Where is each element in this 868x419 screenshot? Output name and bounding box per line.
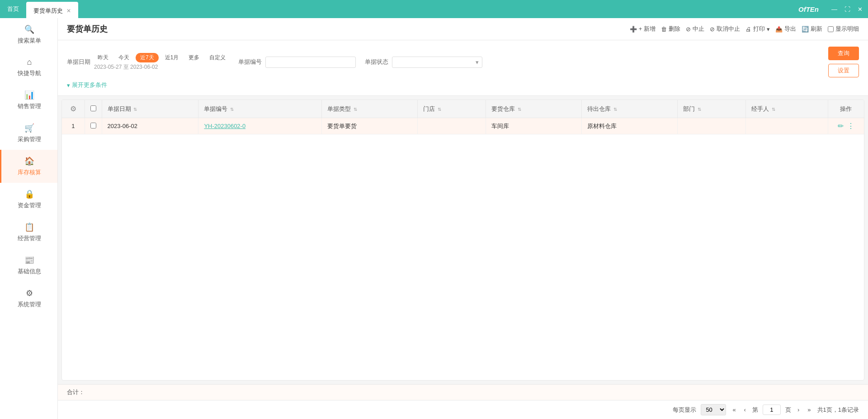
status-label: 单据状态 <box>365 58 388 66</box>
sidebar-item-system[interactable]: ⚙ 系统管理 <box>0 282 57 315</box>
toolbar: ➕ + 新增 🗑 删除 ⊘ 中止 ⊘ 取消中止 🖨 打印 <box>630 25 859 38</box>
prev-page-btn[interactable]: ‹ <box>742 405 748 414</box>
row-checkbox[interactable] <box>90 123 96 129</box>
sidebar-item-shortcuts[interactable]: ⌂ 快捷导航 <box>0 51 57 84</box>
sidebar-item-operations[interactable]: 📋 经营管理 <box>0 216 57 249</box>
cell-handler <box>746 118 828 134</box>
delete-icon: 🗑 <box>661 26 667 33</box>
tab-close-icon[interactable]: ✕ <box>66 8 71 14</box>
table-header-row: ⚙ 单据日期 ⇅ 单据编号 ⇅ <box>62 100 864 118</box>
print-dropdown-icon: ▾ <box>767 26 770 33</box>
sidebar-label-search: 搜索菜单 <box>18 37 41 45</box>
sidebar-label-shortcuts: 快捷导航 <box>18 69 41 77</box>
sidebar-item-purchase[interactable]: 🛒 采购管理 <box>0 117 57 150</box>
system-icon: ⚙ <box>26 288 33 298</box>
status-select[interactable] <box>392 57 482 68</box>
delete-button[interactable]: 🗑 删除 <box>661 25 680 33</box>
filter-area: 单据日期 昨天 今天 近7天 近1月 更多 自定义 2023-05-27 至 2… <box>58 40 868 96</box>
sort-date-icon[interactable]: ⇅ <box>133 107 137 112</box>
edit-row-icon[interactable]: ✏ <box>838 122 844 130</box>
date-btn-custom[interactable]: 自定义 <box>206 53 229 62</box>
cancel-stop-button[interactable]: ⊘ 取消中止 <box>710 25 740 33</box>
sidebar-label-system: 系统管理 <box>18 300 41 309</box>
display-detail-button[interactable]: 显示明细 <box>828 25 859 33</box>
date-btn-7days[interactable]: 近7天 <box>136 53 159 62</box>
new-button[interactable]: ➕ + 新增 <box>630 25 656 33</box>
total-info: 共1页，1条记录 <box>817 406 859 414</box>
sidebar-item-search[interactable]: 🔍 搜索菜单 <box>0 18 57 51</box>
sidebar-label-finance: 资金管理 <box>18 201 41 210</box>
sort-bill-icon[interactable]: ⇅ <box>230 107 234 112</box>
tab-history[interactable]: 要货单历史 ✕ <box>26 2 78 20</box>
expand-more-btn[interactable]: ▾ 展开更多条件 <box>67 81 859 89</box>
data-table: ⚙ 单据日期 ⇅ 单据编号 ⇅ <box>62 100 864 134</box>
tab-bar: 首页 要货单历史 ✕ <box>0 0 78 18</box>
cancel-stop-icon: ⊘ <box>710 26 715 33</box>
page-number-input[interactable] <box>763 405 781 415</box>
tab-home[interactable]: 首页 <box>0 0 26 18</box>
page-header: 要货单历史 ➕ + 新增 🗑 删除 ⊘ 中止 ⊘ 取消中止 <box>58 18 868 40</box>
sidebar-item-sales[interactable]: 📊 销售管理 <box>0 84 57 117</box>
top-bar: 首页 要货单历史 ✕ OfTEn — ⛶ ✕ <box>0 0 868 18</box>
bill-no-link[interactable]: YH-20230602-0 <box>204 123 245 129</box>
date-btn-yesterday[interactable]: 昨天 <box>94 53 112 62</box>
sidebar-label-sales: 销售管理 <box>18 102 41 110</box>
sort-req-wh-icon[interactable]: ⇅ <box>518 107 521 112</box>
date-filter-options: 昨天 今天 近7天 近1月 更多 自定义 2023-05-27 至 2023-0… <box>94 53 229 71</box>
cell-store <box>418 118 486 134</box>
bill-no-filter-group: 单据编号 <box>238 57 356 68</box>
first-page-btn[interactable]: « <box>731 405 737 414</box>
gear-icon[interactable]: ⚙ <box>70 105 76 113</box>
sidebar-item-finance[interactable]: 🔒 资金管理 <box>0 183 57 216</box>
last-page-btn[interactable]: » <box>806 405 812 414</box>
sort-type-icon[interactable]: ⇅ <box>354 107 357 112</box>
operations-icon: 📋 <box>24 222 34 232</box>
th-pending-warehouse: 待出仓库 ⇅ <box>582 100 678 118</box>
content-area: 要货单历史 ➕ + 新增 🗑 删除 ⊘ 中止 ⊘ 取消中止 <box>58 18 868 419</box>
select-all-checkbox[interactable] <box>90 105 96 111</box>
print-button[interactable]: 🖨 打印 ▾ <box>745 25 770 33</box>
maximize-btn[interactable]: ⛶ <box>844 6 850 13</box>
total-label: 合计： <box>67 389 85 395</box>
th-store: 门店 ⇅ <box>418 100 486 118</box>
sidebar-label-basic: 基础信息 <box>18 267 41 276</box>
display-detail-checkbox[interactable] <box>828 26 834 32</box>
minimize-btn[interactable]: — <box>831 6 837 13</box>
sort-dept-icon[interactable]: ⇅ <box>698 107 701 112</box>
stop-button[interactable]: ⊘ 中止 <box>686 25 704 33</box>
close-btn[interactable]: ✕ <box>858 6 863 13</box>
next-page-btn[interactable]: › <box>796 405 801 414</box>
sidebar-item-basic[interactable]: 📰 基础信息 <box>0 249 57 282</box>
sidebar-label-operations: 经营管理 <box>18 234 41 243</box>
pagination-bar: 每页显示 50 20 100 « ‹ 第 页 › » 共1页，1条记录 <box>58 400 868 419</box>
date-btn-1month[interactable]: 近1月 <box>161 53 183 62</box>
th-settings: ⚙ <box>62 100 85 118</box>
bill-no-input[interactable] <box>265 57 356 68</box>
cell-check <box>85 118 102 134</box>
home-icon: ⌂ <box>27 57 32 67</box>
more-row-icon[interactable]: ⋮ <box>847 122 854 130</box>
date-btn-more[interactable]: 更多 <box>185 53 203 62</box>
setting-button[interactable]: 设置 <box>828 64 859 77</box>
date-btn-today[interactable]: 今天 <box>115 53 133 62</box>
page-size-select[interactable]: 50 20 100 <box>701 404 726 415</box>
table-row: 1 2023-06-02 YH-20230602-0 要货单要货 车间库 原材料… <box>62 118 864 134</box>
finance-icon: 🔒 <box>24 189 34 199</box>
sort-pend-wh-icon[interactable]: ⇅ <box>613 107 617 112</box>
sort-handler-icon[interactable]: ⇅ <box>772 107 775 112</box>
sidebar-item-inventory[interactable]: 🏠 库存核算 <box>0 150 57 183</box>
refresh-button[interactable]: 🔄 刷新 <box>802 25 822 33</box>
cell-bill-no: YH-20230602-0 <box>198 118 322 134</box>
cell-bill-type: 要货单要货 <box>322 118 418 134</box>
query-button[interactable]: 查询 <box>828 47 859 60</box>
th-req-warehouse: 要货仓库 ⇅ <box>486 100 582 118</box>
sidebar-label-purchase: 采购管理 <box>18 135 41 143</box>
th-department: 部门 ⇅ <box>677 100 745 118</box>
export-button[interactable]: 📤 导出 <box>775 25 796 33</box>
filter-row-1: 单据日期 昨天 今天 近7天 近1月 更多 自定义 2023-05-27 至 2… <box>67 47 859 77</box>
main-layout: 🔍 搜索菜单 ⌂ 快捷导航 📊 销售管理 🛒 采购管理 🏠 库存核算 🔒 资金管… <box>0 18 868 419</box>
inventory-icon: 🏠 <box>24 156 34 166</box>
table-area: ⚙ 单据日期 ⇅ 单据编号 ⇅ <box>61 100 864 381</box>
th-date: 单据日期 ⇅ <box>102 100 198 118</box>
sort-store-icon[interactable]: ⇅ <box>438 107 441 112</box>
